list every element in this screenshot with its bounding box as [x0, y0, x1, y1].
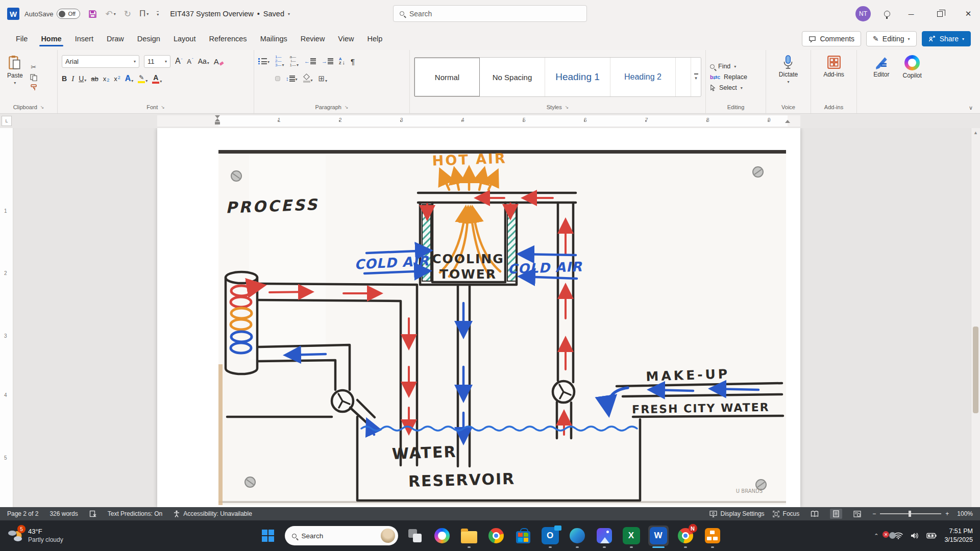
- document-title[interactable]: EIT437 System Overview • Saved ▾: [170, 10, 290, 18]
- addins-button[interactable]: Add-ins: [820, 53, 847, 101]
- zoom-out-button[interactable]: −: [872, 510, 876, 517]
- font-dialog-launcher[interactable]: ↘: [161, 105, 165, 110]
- tab-design[interactable]: Design: [131, 30, 167, 47]
- line-spacing-button[interactable]: ↕▾: [286, 76, 298, 82]
- right-indent-marker[interactable]: [785, 120, 790, 123]
- tab-mailings[interactable]: Mailings: [254, 30, 294, 47]
- superscript-button[interactable]: x2: [114, 75, 120, 83]
- tab-review[interactable]: Review: [294, 30, 332, 47]
- replace-button[interactable]: b⇄cReplace: [710, 73, 747, 81]
- justify-button[interactable]: [275, 76, 280, 81]
- cut-button[interactable]: ✂: [30, 63, 37, 71]
- text-effects-button[interactable]: A▾: [125, 74, 134, 83]
- taskbar-search[interactable]: Search: [285, 526, 398, 545]
- tab-view[interactable]: View: [331, 30, 360, 47]
- highlight-button[interactable]: ✎▾: [138, 74, 148, 83]
- lightbulb-icon[interactable]: [884, 11, 890, 17]
- autosave-toggle[interactable]: Off: [57, 9, 80, 19]
- grow-font-button[interactable]: Aˆ: [175, 57, 182, 66]
- print-layout-button[interactable]: [830, 509, 842, 519]
- vertical-scrollbar[interactable]: ▲: [971, 128, 980, 507]
- microsoft-store-button[interactable]: [513, 525, 533, 546]
- copilot-taskbar-button[interactable]: [432, 525, 452, 546]
- style-normal[interactable]: Normal: [414, 58, 480, 96]
- numbering-button[interactable]: 1—2—3—▾: [275, 55, 284, 67]
- document-canvas[interactable]: PROCESS HOT AIR COLD AIR COLD AIR COOLIN…: [13, 128, 971, 507]
- chrome-profile-button[interactable]: N: [675, 525, 696, 546]
- edge-button[interactable]: [567, 525, 587, 546]
- tab-help[interactable]: Help: [361, 30, 389, 47]
- sort-button[interactable]: AZ↓: [339, 57, 345, 66]
- restore-button[interactable]: [932, 10, 947, 18]
- clock[interactable]: 7:51 PM 3/15/2025: [944, 527, 973, 544]
- copilot-button[interactable]: Copilot: [900, 53, 925, 101]
- display-settings-button[interactable]: Display Settings: [709, 510, 765, 517]
- font-name-combo[interactable]: Arial▾: [62, 55, 139, 68]
- equation-button[interactable]: Π ▾: [139, 9, 149, 19]
- zoom-track[interactable]: [880, 513, 941, 514]
- user-avatar[interactable]: NT: [855, 6, 871, 21]
- style-heading2[interactable]: Heading 2: [610, 58, 676, 96]
- read-mode-button[interactable]: [807, 509, 822, 519]
- format-painter-button[interactable]: [30, 84, 37, 91]
- editor-button[interactable]: Editor: [870, 53, 892, 101]
- focus-button[interactable]: Focus: [773, 510, 800, 517]
- tab-insert[interactable]: Insert: [68, 30, 100, 47]
- left-indent-marker[interactable]: [215, 115, 220, 124]
- shrink-font-button[interactable]: Aˇ: [187, 57, 193, 65]
- autosave-control[interactable]: AutoSave Off: [24, 9, 80, 19]
- editing-mode-button[interactable]: ✎ Editing ▾: [866, 31, 917, 46]
- clipboard-dialog-launcher[interactable]: ↘: [40, 105, 44, 110]
- styles-more-button[interactable]: ▾: [691, 58, 701, 96]
- share-button[interactable]: Share ▾: [922, 31, 971, 46]
- horizontal-ruler[interactable]: L 1 2 3 4 5 6 7 8 9: [0, 114, 980, 128]
- bold-button[interactable]: B: [62, 74, 67, 83]
- tab-references[interactable]: References: [202, 30, 253, 47]
- borders-button[interactable]: ⊞▾: [318, 74, 328, 83]
- select-button[interactable]: Select▾: [710, 84, 747, 91]
- close-button[interactable]: ✕: [961, 9, 976, 18]
- undo-button[interactable]: ↶ ▾: [105, 9, 115, 19]
- photos-button[interactable]: [594, 525, 615, 546]
- strikethrough-button[interactable]: ab: [91, 75, 98, 83]
- proofing-errors-button[interactable]: [89, 510, 96, 517]
- page-indicator[interactable]: Page 2 of 2: [7, 510, 38, 517]
- minimize-button[interactable]: ─: [903, 10, 919, 18]
- weather-widget[interactable]: 5 43°F Partly cloudy: [0, 527, 168, 544]
- scroll-up-arrow[interactable]: ▲: [971, 128, 980, 135]
- bing-daily-image[interactable]: [381, 529, 395, 543]
- shading-button[interactable]: ▾: [303, 74, 313, 83]
- change-case-button[interactable]: Aa▾: [198, 57, 209, 65]
- chrome-button[interactable]: [486, 525, 506, 546]
- dictate-button[interactable]: Dictate ▾: [776, 53, 801, 101]
- tab-selector[interactable]: L: [2, 116, 12, 126]
- word-count[interactable]: 326 words: [50, 510, 78, 517]
- multilevel-list-button[interactable]: a— i—1—▾: [289, 55, 298, 67]
- decrease-indent-button[interactable]: ←: [304, 58, 316, 64]
- show-formatting-button[interactable]: ¶: [351, 57, 355, 66]
- outlook-button[interactable]: O: [540, 525, 560, 546]
- zoom-thumb[interactable]: [909, 511, 911, 517]
- word-app-icon[interactable]: W: [7, 8, 19, 20]
- style-heading1[interactable]: Heading 1: [545, 58, 610, 96]
- increase-indent-button[interactable]: →: [322, 58, 333, 64]
- tab-file[interactable]: File: [9, 30, 34, 47]
- copy-button[interactable]: [30, 74, 37, 81]
- zoom-slider[interactable]: − +: [872, 510, 949, 517]
- vertical-ruler[interactable]: 1 2 3 4 5: [0, 128, 13, 507]
- styles-dialog-launcher[interactable]: ↘: [565, 105, 569, 110]
- document-page[interactable]: PROCESS HOT AIR COLD AIR COLD AIR COOLIN…: [157, 128, 800, 507]
- word-taskbar-button[interactable]: W: [648, 525, 669, 546]
- accessibility-status[interactable]: Accessibility: Unavailable: [174, 510, 252, 517]
- tab-home[interactable]: Home: [34, 30, 68, 47]
- subscript-button[interactable]: x2: [103, 75, 110, 83]
- diagram-app-button[interactable]: [702, 525, 723, 546]
- paragraph-dialog-launcher[interactable]: ↘: [345, 105, 349, 110]
- collapse-ribbon-button[interactable]: ∨: [969, 105, 973, 111]
- zoom-percent[interactable]: 100%: [957, 510, 973, 517]
- search-box[interactable]: Search: [393, 5, 587, 22]
- save-button[interactable]: [88, 10, 97, 18]
- scrollbar-thumb[interactable]: [973, 327, 978, 413]
- paste-button[interactable]: Paste ▾: [4, 53, 26, 101]
- customize-qat-button[interactable]: ▾: [157, 11, 159, 17]
